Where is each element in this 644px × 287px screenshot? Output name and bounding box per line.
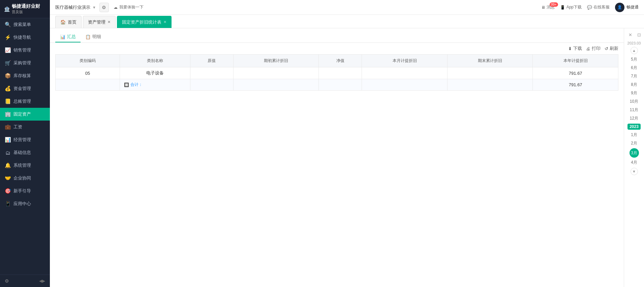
sidebar-item-operations[interactable]: 📊 经营管理	[0, 133, 50, 146]
sidebar-item-quicknav[interactable]: ⚡ 快捷导航	[0, 31, 50, 44]
tab-depreciation-table[interactable]: 固定资产折旧统计表 ✕	[117, 16, 172, 28]
month-item-1[interactable]: 1月	[624, 131, 644, 139]
sidebar-item-fixed-assets[interactable]: 🏢 固定资产	[0, 108, 50, 121]
sidebar-item-purchase[interactable]: 🛒 采购管理	[0, 57, 50, 69]
sidebar-item-basic-info[interactable]: 🗂 基础信息	[0, 146, 50, 159]
sidebar-item-guide[interactable]: 🎯 新手引导	[0, 185, 50, 197]
company-selector[interactable]: 医疗器械行业演示 ▼	[55, 4, 96, 10]
tabs-bar: 🏠 首页 资产管理 ✕ 固定资产折旧统计表 ✕	[50, 15, 644, 28]
month-item-12[interactable]: 12月	[624, 114, 644, 123]
tab-depreciation-label: 固定资产折旧统计表	[122, 19, 161, 25]
content-main: 📊 汇总 📋 明细 ⬇ 下载 🖨 打印 ↺	[50, 28, 624, 287]
total-ending	[447, 79, 533, 91]
experience-button[interactable]: ☁ 我要体验一下	[114, 4, 144, 10]
print-icon: 🖨	[586, 46, 590, 51]
sidebar-item-label: 固定资产	[13, 111, 31, 117]
print-button[interactable]: 🖨 打印	[586, 45, 601, 52]
cell-ending	[447, 67, 533, 79]
tab-home[interactable]: 🏠 首页	[55, 16, 82, 28]
month-item-9[interactable]: 9月	[624, 89, 644, 97]
depreciation-table: 类别编码 类别名称 原值 期初累计折旧 净值 本月计提折旧 期末累计折旧 本年计…	[55, 54, 618, 91]
total-net	[319, 79, 362, 91]
cell-beginning	[233, 67, 319, 79]
download-icon: ⬇	[568, 46, 572, 51]
refresh-label: 刷新	[610, 45, 618, 52]
sidebar-item-search[interactable]: 🔍 搜索菜单	[0, 18, 50, 31]
month-item-4[interactable]: 4月	[624, 158, 644, 167]
month-item-6[interactable]: 6月	[624, 64, 644, 72]
sidebar-item-system[interactable]: 🔔 系统管理	[0, 159, 50, 172]
enterprise-icon: 🤝	[5, 175, 11, 181]
month-item-7[interactable]: 7月	[624, 72, 644, 81]
tab-asset-label: 资产管理	[88, 19, 105, 25]
col-header-beginning: 期初累计折旧	[233, 55, 319, 67]
sidebar-item-payroll[interactable]: 💼 工资	[0, 121, 50, 133]
apps-icon: 📱	[5, 201, 11, 207]
col-header-original: 原值	[190, 55, 233, 67]
expand-icon: 🔲	[124, 83, 129, 87]
sales-icon: 📈	[5, 47, 11, 53]
topbar-settings-button[interactable]: ⚙	[99, 3, 109, 12]
company-name: 医疗器械行业演示	[55, 4, 90, 10]
total-beginning	[233, 79, 319, 91]
online-service-button[interactable]: 💬 在线客服	[587, 4, 610, 10]
inner-tab-summary-label: 汇总	[67, 34, 76, 40]
month-item-8[interactable]: 8月	[624, 81, 644, 89]
tab-asset-management[interactable]: 资产管理 ✕	[83, 16, 116, 28]
col-header-current-year: 本年计提折旧	[533, 55, 618, 67]
total-text: 合计：	[130, 82, 143, 88]
summary-icon: 📊	[60, 34, 65, 39]
panel-expand-button[interactable]: ⊡	[635, 31, 643, 38]
search-icon: 🔍	[5, 22, 11, 28]
basic-info-icon: 🗂	[5, 150, 11, 156]
sidebar-item-inventory[interactable]: 📦 库存核算	[0, 69, 50, 82]
app-download-label: App下载	[566, 4, 582, 10]
app-logo: 🏦 畅捷通好业财 普及版	[0, 0, 50, 18]
service-icon: 💬	[587, 5, 592, 10]
refresh-button[interactable]: ↺ 刷新	[605, 45, 618, 52]
system-icon: 🔔	[5, 162, 11, 168]
print-label: 打印	[592, 45, 601, 52]
inner-tab-detail[interactable]: 📋 明细	[81, 32, 106, 42]
sidebar-item-enterprise[interactable]: 🤝 企业协同	[0, 172, 50, 185]
operations-icon: 📊	[5, 137, 11, 143]
prev-year-button[interactable]: ▲	[631, 47, 638, 54]
sidebar-item-funds[interactable]: 💰 资金管理	[0, 82, 50, 95]
col-header-code: 类别编码	[56, 55, 120, 67]
total-current-month	[362, 79, 448, 91]
month-item-3-active[interactable]: 3月	[630, 148, 639, 158]
cell-name: 电子设备	[120, 67, 190, 79]
inner-tab-summary[interactable]: 📊 汇总	[55, 32, 81, 42]
month-item-10[interactable]: 10月	[624, 97, 644, 106]
right-panel: ✕ ⊡ 2023.03 ▲ 5月 6月 7月 8月 9月 10月 11月 12月…	[624, 28, 644, 287]
sidebar-item-label: 总账管理	[13, 98, 31, 104]
tab-asset-close[interactable]: ✕	[108, 20, 111, 24]
sidebar-item-apps[interactable]: 📱 应用中心	[0, 197, 50, 210]
sidebar-item-label: 经营管理	[13, 137, 31, 143]
download-button[interactable]: ⬇ 下载	[568, 45, 582, 52]
payroll-icon: 💼	[5, 124, 11, 130]
message-button[interactable]: 🖥 消息 99+	[541, 4, 555, 10]
cell-net	[319, 67, 362, 79]
tab-depreciation-close[interactable]: ✕	[163, 20, 166, 24]
app-name: 畅捷通好业财	[12, 3, 40, 9]
panel-close-button[interactable]: ✕	[626, 31, 634, 38]
user-profile[interactable]: 👤 畅捷通	[615, 3, 639, 12]
message-icon: 🖥	[541, 5, 545, 10]
month-item-5[interactable]: 5月	[624, 55, 644, 64]
topbar: 医疗器械行业演示 ▼ ⚙ ☁ 我要体验一下 🖥 消息 99+ 📱 App下载 💬…	[50, 0, 644, 15]
sidebar-item-label: 采购管理	[13, 60, 31, 66]
total-empty	[56, 79, 120, 91]
main-area: 医疗器械行业演示 ▼ ⚙ ☁ 我要体验一下 🖥 消息 99+ 📱 App下载 💬…	[50, 0, 644, 287]
next-year-button[interactable]: ▼	[631, 168, 638, 175]
month-item-2[interactable]: 2月	[624, 139, 644, 148]
month-item-11[interactable]: 11月	[624, 106, 644, 114]
settings-bottom-icon[interactable]: ⚙	[5, 278, 9, 284]
sidebar-item-sales[interactable]: 📈 销售管理	[0, 44, 50, 57]
app-download-button[interactable]: 📱 App下载	[560, 4, 582, 10]
total-current-year: 791.67	[533, 79, 618, 91]
collapse-icon[interactable]: ◀▶	[39, 279, 45, 283]
sidebar-item-ledger[interactable]: 📒 总账管理	[0, 95, 50, 108]
app-version: 普及版	[12, 9, 40, 14]
home-icon: 🏠	[60, 20, 66, 25]
